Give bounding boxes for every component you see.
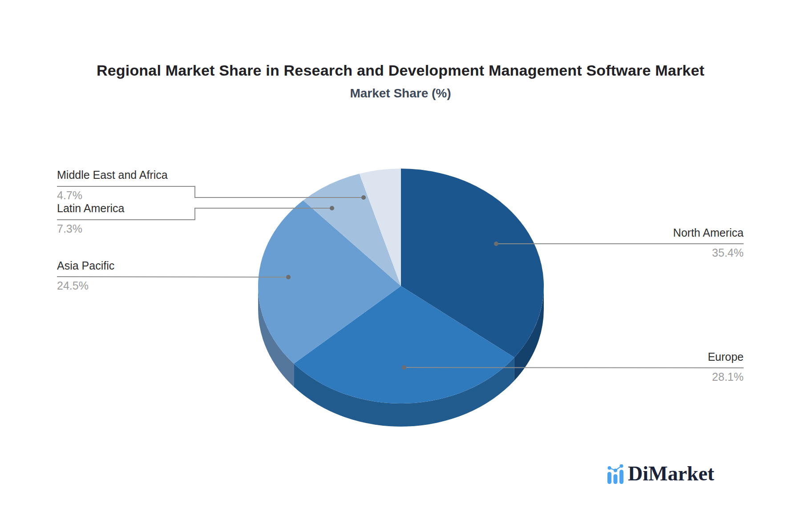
slice-label-europe: Europe: [708, 351, 744, 363]
leader-dot-middle-east-and-africa: [361, 195, 366, 200]
slice-label-north-america: North America: [673, 227, 744, 238]
leader-dot-asia-pacific: [286, 275, 291, 279]
brand-logo: DiMarket: [607, 463, 714, 484]
brand-logo-text: DiMarket: [628, 463, 714, 484]
slice-value-middle-east-and-africa: 4.7%: [57, 190, 82, 201]
leader-line-asia-pacific: [57, 277, 288, 277]
leader-dot-europe: [402, 365, 406, 370]
leader-dot-north-america: [494, 242, 498, 246]
leader-dot-latin-america: [330, 206, 334, 210]
pie-chart: [0, 0, 801, 532]
brand-logo-icon: [607, 464, 623, 484]
leader-line-europe: [404, 367, 744, 368]
slice-value-latin-america: 7.3%: [57, 223, 82, 234]
slice-value-asia-pacific: 24.5%: [57, 280, 89, 291]
slice-label-latin-america: Latin America: [57, 203, 124, 214]
slice-value-europe: 28.1%: [712, 371, 744, 383]
slice-label-middle-east-and-africa: Middle East and Africa: [57, 169, 168, 181]
slice-value-north-america: 35.4%: [712, 247, 744, 258]
slice-label-asia-pacific: Asia Pacific: [57, 260, 114, 271]
